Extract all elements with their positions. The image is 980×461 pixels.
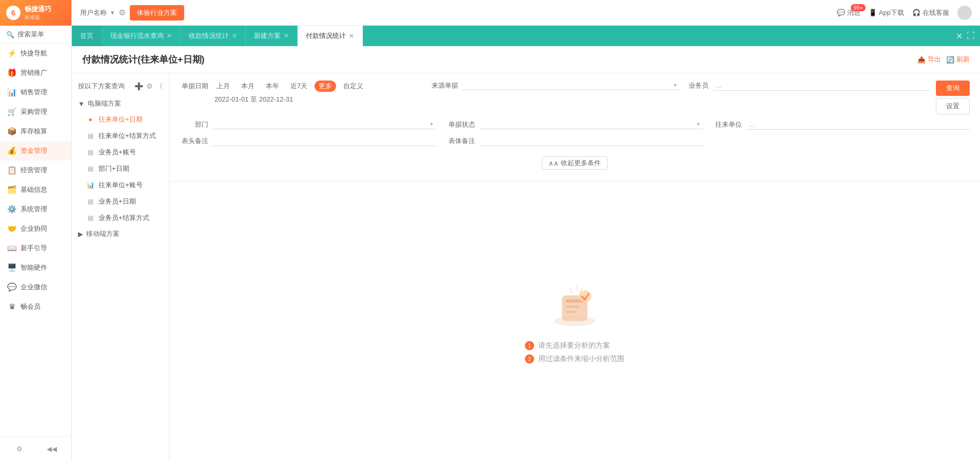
tip-num-1: 1 — [525, 341, 534, 350]
trial-btn[interactable]: 体验行业方案 — [130, 5, 184, 21]
inventory-icon: 📦 — [7, 127, 16, 136]
dept-filter: 部门 ▾ — [180, 119, 436, 129]
body-note-filter: 表体备注 — [446, 136, 703, 146]
tab-payment-stats[interactable]: 付款情况统计 ✕ — [298, 26, 363, 46]
content-area: 付款情况统计(往来单位+日期) 📤 导出 🔄 刷新 按以下方案查询 ➕ — [72, 46, 980, 461]
scheme-item-salesman-settle[interactable]: ▤ 业务员+结算方式 — [72, 210, 169, 226]
sidebar-item-label: 库存核算 — [21, 127, 47, 136]
sidebar-item-marketing[interactable]: 🎁 营销推广 — [0, 63, 71, 83]
sidebar-nav: ⚡ 快捷导航 🎁 营销推广 📊 销售管理 🛒 采购管理 📦 库存核算 💰 资金管… — [0, 44, 71, 436]
tab-payment-stats-close[interactable]: ✕ — [349, 32, 354, 39]
sidebar-item-system[interactable]: ⚙️ 系统管理 — [0, 199, 71, 219]
user-avatar[interactable] — [957, 6, 972, 20]
doc-status-filter: 单据状态 ▾ — [446, 119, 703, 129]
collapse-conditions-btn[interactable]: ∧∧ 收起更多条件 — [542, 156, 607, 170]
sidebar-collapse-btn[interactable]: ◀◀ — [38, 442, 67, 456]
tab-minimize-btn[interactable]: ✕ — [956, 31, 963, 41]
partner-filter: 往来单位 ... — [713, 119, 970, 130]
source-select[interactable]: ▾ — [462, 81, 679, 90]
sidebar-item-label: 快捷导航 — [21, 49, 47, 58]
query-btn[interactable]: 查询 — [936, 81, 970, 96]
sidebar-item-vip[interactable]: ♛ 畅会员 — [0, 297, 71, 316]
message-action[interactable]: 💬 消息 99+ — [837, 8, 860, 17]
scheme-item-salesman-date[interactable]: ▤ 业务员+日期 — [72, 193, 169, 210]
refresh-btn[interactable]: 🔄 刷新 — [946, 55, 970, 64]
export-btn[interactable]: 📤 导出 — [917, 55, 941, 64]
scheme-item-label: 部门+日期 — [99, 164, 129, 173]
panel-add-icon[interactable]: ➕ — [134, 82, 143, 90]
sidebar-item-operation[interactable]: 📋 经营管理 — [0, 161, 71, 180]
sidebar-item-label: 新手引导 — [21, 244, 47, 253]
tab-new-plan[interactable]: 新建方案 ✕ — [246, 26, 298, 46]
search-menu-label: 搜索菜单 — [17, 30, 44, 39]
scheme-item-dept-date[interactable]: ▤ 部门+日期 — [72, 161, 169, 177]
date-opt-this-month[interactable]: 本月 — [237, 81, 259, 92]
tab-receipt-stats-label: 收款情况统计 — [189, 31, 229, 41]
settings-btn[interactable]: 设置 — [936, 98, 970, 114]
sidebar-item-inventory[interactable]: 📦 库存核算 — [0, 122, 71, 141]
scheme-item-partner-settle[interactable]: ▤ 往来单位+结算方式 — [72, 128, 169, 144]
tab-home[interactable]: 首页 — [72, 26, 102, 46]
topbar-settings-icon[interactable]: ⚙ — [119, 8, 126, 17]
tab-bank-flow-close[interactable]: ✕ — [167, 32, 172, 39]
scheme-item-partner-date[interactable]: ● 往来单位+日期 — [72, 111, 169, 128]
right-panel: 单据日期 上月 本月 本年 近7天 更多 自定义 — [169, 73, 980, 461]
body-note-label: 表体备注 — [446, 136, 475, 146]
head-note-filter: 表头备注 — [180, 136, 436, 146]
sidebar-item-label: 经营管理 — [21, 166, 47, 175]
scheme-group-mobile-title[interactable]: ▶ 移动端方案 — [72, 226, 169, 242]
tab-bank-flow[interactable]: 现金银行流水查询 ✕ — [102, 26, 181, 46]
sidebar-item-collab[interactable]: 🤝 企业协同 — [0, 219, 71, 238]
sidebar-item-hardware[interactable]: 🖥️ 智能硬件 — [0, 258, 71, 277]
sidebar-item-quick-nav[interactable]: ⚡ 快捷导航 — [0, 44, 71, 63]
sidebar-item-finance[interactable]: 💰 资金管理 — [0, 141, 71, 161]
settings-icon: ⚙ — [16, 445, 23, 453]
empty-tip-1-text: 请先选择要分析的方案 — [538, 341, 610, 350]
date-opt-more[interactable]: 更多 — [315, 81, 336, 92]
doc-status-select[interactable]: ▾ — [479, 119, 703, 129]
app-download-action[interactable]: 📱 App下载 — [869, 8, 904, 17]
tab-receipt-stats-close[interactable]: ✕ — [232, 32, 237, 39]
sidebar-item-label: 智能硬件 — [21, 263, 47, 272]
sidebar-item-basic[interactable]: 🗂️ 基础信息 — [0, 180, 71, 199]
hardware-icon: 🖥️ — [7, 263, 16, 272]
date-opt-last-month[interactable]: 上月 — [212, 81, 234, 92]
sidebar-item-guide[interactable]: 📖 新手引导 — [0, 238, 71, 258]
panel-collapse-icon[interactable]: 《 — [156, 82, 163, 91]
sidebar-item-purchase[interactable]: 🛒 采购管理 — [0, 102, 71, 122]
partner-select[interactable]: ... — [746, 119, 970, 130]
date-opt-this-year[interactable]: 本年 — [262, 81, 283, 92]
tab-maximize-btn[interactable]: ⛶ — [967, 31, 975, 41]
svg-rect-4 — [565, 311, 577, 313]
tab-receipt-stats[interactable]: 收款情况统计 ✕ — [181, 26, 246, 46]
scheme-item-icon: ▤ — [86, 148, 94, 156]
online-service-action[interactable]: 🎧 在线客服 — [912, 8, 949, 17]
panel-settings-icon[interactable]: ⚙ — [146, 82, 153, 90]
svg-point-5 — [579, 290, 591, 303]
refresh-label: 刷新 — [956, 55, 970, 64]
scheme-group-arrow: ▼ — [78, 100, 85, 108]
body-note-input[interactable] — [479, 136, 703, 146]
scheme-item-partner-account[interactable]: 📊 往来单位+账号 — [72, 177, 169, 193]
sidebar-item-sales[interactable]: 📊 销售管理 — [0, 83, 71, 102]
scheme-item-icon: ▤ — [86, 197, 94, 206]
date-opt-custom[interactable]: 自定义 — [339, 81, 367, 92]
app-logo: 6 畅捷通巧 标准版 — [0, 0, 71, 26]
sidebar-item-wechat[interactable]: 💬 企业微信 — [0, 277, 71, 297]
scheme-item-salesman-account[interactable]: ▤ 业务员+账号 — [72, 144, 169, 161]
left-panel: 按以下方案查询 ➕ ⚙ 《 ▼ 电脑端方案 ● 往来单位+日期 — [72, 73, 169, 461]
filter-area: 单据日期 上月 本月 本年 近7天 更多 自定义 — [169, 73, 980, 182]
topbar: 用户名称 ▾ ⚙ 体验行业方案 💬 消息 99+ 📱 App下载 🎧 在线客服 — [72, 0, 980, 26]
dept-select[interactable]: ▾ — [212, 119, 436, 129]
tab-new-plan-close[interactable]: ✕ — [284, 32, 289, 39]
scheme-item-label: 往来单位+账号 — [99, 181, 143, 190]
topbar-dropdown-arrow[interactable]: ▾ — [111, 9, 114, 16]
refresh-icon: 🔄 — [946, 56, 954, 64]
sidebar-settings-btn[interactable]: ⚙ — [5, 442, 34, 456]
salesman-select[interactable]: ... — [713, 81, 930, 91]
scheme-group-desktop-title[interactable]: ▼ 电脑端方案 — [72, 96, 169, 111]
date-opt-7days[interactable]: 近7天 — [286, 81, 311, 92]
search-menu[interactable]: 🔍 搜索菜单 — [0, 26, 71, 44]
logo-text: 畅捷通巧 标准版 — [25, 5, 51, 21]
head-note-input[interactable] — [212, 136, 436, 146]
